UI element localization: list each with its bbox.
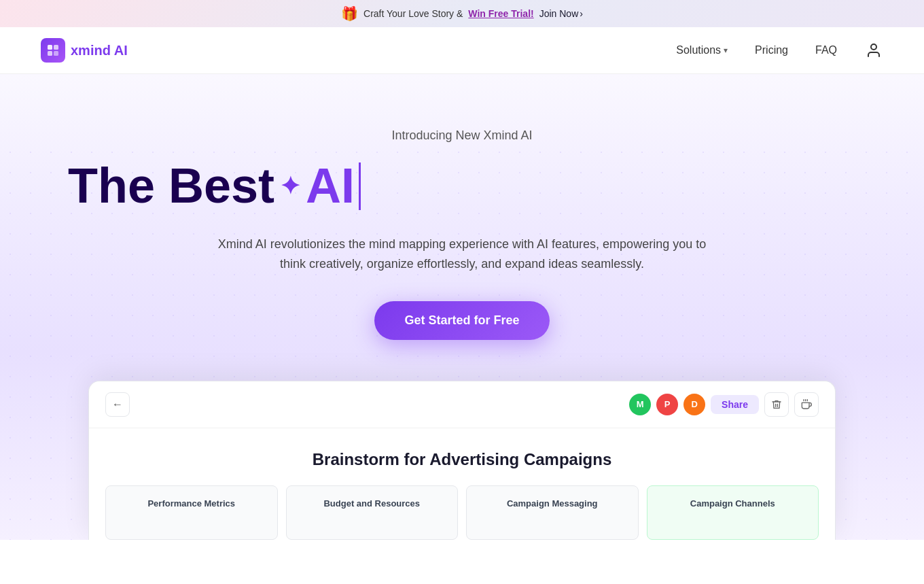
share-button[interactable]: Share xyxy=(711,395,759,414)
logo[interactable]: xmind AI xyxy=(41,38,128,63)
demo-card-4: Campaign Channels xyxy=(647,485,819,540)
announcement-bar: 🎁 Craft Your Love Story & Win Free Trial… xyxy=(0,0,924,27)
demo-toolbar: ← M P D Share xyxy=(89,381,835,428)
navbar: xmind AI Solutions ▾ Pricing FAQ xyxy=(0,27,924,74)
hero-title-start: The Best xyxy=(68,159,274,213)
hero-subtitle: Introducing New Xmind AI xyxy=(27,128,897,143)
logo-icon xyxy=(41,38,65,63)
announcement-arrow: › xyxy=(580,8,583,19)
announcement-text: Craft Your Love Story & xyxy=(363,8,463,19)
nav-links: Solutions ▾ Pricing FAQ xyxy=(676,41,883,60)
hero-section: Introducing New Xmind AI The Best ✦ AI X… xyxy=(0,74,924,540)
demo-cards: Performance Metrics Budget and Resources… xyxy=(105,485,819,540)
demo-content: Brainstorm for Advertising Campaigns Per… xyxy=(89,428,835,540)
user-account-icon[interactable] xyxy=(864,41,883,60)
sparkle-icon: ✦ xyxy=(280,173,300,200)
chevron-down-icon: ▾ xyxy=(724,46,728,55)
avatar-m: M xyxy=(629,394,651,415)
demo-card-3: Campaign Messaging xyxy=(466,485,639,540)
delete-icon[interactable] xyxy=(764,392,789,417)
nav-solutions[interactable]: Solutions ▾ xyxy=(676,44,728,56)
nav-faq[interactable]: FAQ xyxy=(815,44,837,56)
demo-card-2: Budget and Resources xyxy=(286,485,459,540)
svg-rect-0 xyxy=(48,45,52,50)
text-cursor xyxy=(359,162,361,210)
svg-rect-1 xyxy=(54,45,58,50)
get-started-button[interactable]: Get Started for Free xyxy=(374,301,549,340)
hero-content: Introducing New Xmind AI The Best ✦ AI X… xyxy=(27,128,897,540)
demo-back-button[interactable]: ← xyxy=(105,392,130,417)
demo-card-1: Performance Metrics xyxy=(105,485,278,540)
demo-title: Brainstorm for Advertising Campaigns xyxy=(105,450,819,469)
share-export-icon[interactable] xyxy=(794,392,819,417)
svg-point-4 xyxy=(871,44,876,50)
announcement-emoji: 🎁 xyxy=(341,5,358,22)
nav-pricing[interactable]: Pricing xyxy=(755,44,788,56)
hero-description: Xmind AI revolutionizes the mind mapping… xyxy=(217,235,707,274)
logo-text: xmind AI xyxy=(71,43,128,58)
avatar-p: P xyxy=(656,394,678,415)
avatar-d: D xyxy=(683,394,705,415)
svg-rect-3 xyxy=(54,51,58,56)
demo-toolbar-right: M P D Share xyxy=(629,392,819,417)
announcement-cta[interactable]: Join Now › xyxy=(539,8,583,19)
announcement-highlight[interactable]: Win Free Trial! xyxy=(468,8,533,19)
hero-title-ai: ✦ AI xyxy=(280,159,361,213)
demo-window: ← M P D Share xyxy=(88,381,836,540)
hero-title: The Best ✦ AI xyxy=(27,159,897,213)
svg-rect-2 xyxy=(48,51,52,56)
